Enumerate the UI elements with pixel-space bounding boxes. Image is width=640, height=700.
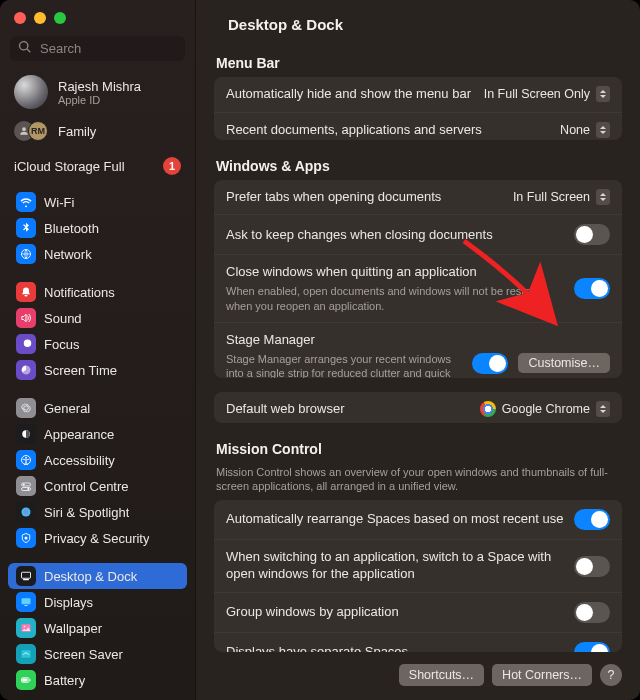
chevron-updown-icon: [596, 189, 610, 205]
row-recent-items[interactable]: Recent documents, applications and serve…: [214, 112, 622, 140]
focus-icon: [16, 334, 36, 354]
toggle-auto-rearrange[interactable]: [574, 509, 610, 530]
privacy-icon: [16, 528, 36, 548]
chevron-updown-icon: [596, 86, 610, 102]
sidebar-item-label: Privacy & Security: [44, 531, 149, 546]
screensaver-icon: [16, 644, 36, 664]
displays-icon: [16, 592, 36, 612]
toggle-switch-space[interactable]: [574, 556, 610, 577]
section-desc-mission: Mission Control shows an overview of you…: [216, 465, 622, 495]
row-hide-menubar[interactable]: Automatically hide and show the menu bar…: [214, 77, 622, 112]
settings-window: Rajesh Mishra Apple ID RM Family iCloud …: [0, 0, 640, 700]
section-header-mission: Mission Control: [216, 441, 622, 457]
svg-rect-18: [29, 679, 30, 681]
select-recent-items[interactable]: None: [560, 122, 610, 138]
sidebar-item-label: Wi-Fi: [44, 195, 74, 210]
sidebar-item-siri[interactable]: Siri & Spotlight: [8, 499, 187, 525]
toggle-group-windows[interactable]: [574, 602, 610, 623]
sidebar-item-screensaver[interactable]: Screen Saver: [8, 641, 187, 667]
sidebar-item-label: General: [44, 401, 90, 416]
shortcuts-button[interactable]: Shortcuts…: [399, 664, 484, 686]
row-group-windows: Group windows by application: [214, 592, 622, 632]
sidebar-item-general[interactable]: General: [8, 395, 187, 421]
sidebar-item-label: Bluetooth: [44, 221, 99, 236]
svg-rect-9: [22, 572, 31, 578]
wallpaper-icon: [16, 618, 36, 638]
family-label: Family: [58, 124, 96, 139]
row-auto-rearrange: Automatically rearrange Spaces based on …: [214, 500, 622, 539]
search-field[interactable]: [10, 36, 185, 61]
sidebar-item-desktopdock[interactable]: Desktop & Dock: [8, 563, 187, 589]
network-icon: [16, 244, 36, 264]
sidebar-item-focus[interactable]: Focus: [8, 331, 187, 357]
sidebar-item-label: Accessibility: [44, 453, 115, 468]
profile-subtitle: Apple ID: [58, 94, 141, 106]
toggle-ask-keep-changes[interactable]: [574, 224, 610, 245]
sound-icon: [16, 308, 36, 328]
sidebar-item-bluetooth[interactable]: Bluetooth: [8, 215, 187, 241]
family-row[interactable]: RM Family: [0, 117, 195, 149]
svg-point-8: [22, 508, 31, 517]
sidebar-item-label: Battery: [44, 673, 85, 688]
help-button[interactable]: ?: [600, 664, 622, 686]
row-switch-space: When switching to an application, switch…: [214, 539, 622, 592]
accessibility-icon: [16, 450, 36, 470]
sidebar-item-battery[interactable]: Battery: [8, 667, 187, 693]
sidebar-item-label: Control Centre: [44, 479, 129, 494]
svg-rect-15: [22, 650, 31, 658]
siri-icon: [16, 502, 36, 522]
sidebar-item-label: Displays: [44, 595, 93, 610]
sidebar-item-privacy[interactable]: Privacy & Security: [8, 525, 187, 551]
search-icon: [18, 40, 38, 57]
row-prefer-tabs[interactable]: Prefer tabs when opening documents In Fu…: [214, 180, 622, 215]
row-default-browser[interactable]: Default web browser Google Chrome: [214, 392, 622, 423]
select-prefer-tabs[interactable]: In Full Screen: [513, 189, 610, 205]
customise-button[interactable]: Customise…: [518, 353, 610, 373]
minimize-window-button[interactable]: [34, 12, 46, 24]
panel-browser: Default web browser Google Chrome: [214, 392, 622, 423]
sidebar-item-accessibility[interactable]: Accessibility: [8, 447, 187, 473]
row-ask-keep-changes: Ask to keep changes when closing documen…: [214, 214, 622, 254]
sidebar-item-label: Network: [44, 247, 92, 262]
select-hide-menubar[interactable]: In Full Screen Only: [484, 86, 610, 102]
sidebar-item-label: Focus: [44, 337, 79, 352]
footer-buttons: Shortcuts… Hot Corners… ?: [214, 664, 622, 686]
svg-point-3: [25, 457, 27, 459]
sidebar-item-label: Sound: [44, 311, 82, 326]
general-icon: [16, 398, 36, 418]
toggle-close-windows-quit[interactable]: [574, 278, 610, 299]
sidebar-item-wallpaper[interactable]: Wallpaper: [8, 615, 187, 641]
select-default-browser[interactable]: Google Chrome: [480, 401, 610, 417]
close-window-button[interactable]: [14, 12, 26, 24]
profile-name: Rajesh Mishra: [58, 79, 141, 94]
storage-badge: 1: [163, 157, 181, 175]
sidebar-item-screentime[interactable]: Screen Time: [8, 357, 187, 383]
search-input[interactable]: [38, 40, 196, 57]
apple-id-row[interactable]: Rajesh Mishra Apple ID: [0, 71, 195, 117]
toggle-separate-spaces[interactable]: [574, 642, 610, 652]
sidebar-item-controlcentre[interactable]: Control Centre: [8, 473, 187, 499]
sidebar-item-displays[interactable]: Displays: [8, 589, 187, 615]
fullscreen-window-button[interactable]: [54, 12, 66, 24]
svg-point-5: [23, 484, 25, 486]
sidebar-item-notifications[interactable]: Notifications: [8, 279, 187, 305]
family-member-icon: RM: [28, 121, 48, 141]
sidebar-nav: Wi-FiBluetoothNetworkNotificationsSoundF…: [0, 185, 195, 700]
chrome-icon: [480, 401, 496, 417]
sidebar-item-label: Siri & Spotlight: [44, 505, 129, 520]
hot-corners-button[interactable]: Hot Corners…: [492, 664, 592, 686]
sidebar-item-appearance[interactable]: Appearance: [8, 421, 187, 447]
icloud-storage-row[interactable]: iCloud Storage Full 1: [0, 149, 195, 185]
toggle-stage-manager[interactable]: [472, 353, 508, 374]
section-header-menubar: Menu Bar: [216, 55, 622, 71]
sidebar-item-network[interactable]: Network: [8, 241, 187, 267]
notifications-icon: [16, 282, 36, 302]
svg-rect-17: [22, 679, 27, 682]
page-title: Desktop & Dock: [214, 0, 622, 47]
panel-mission: Automatically rearrange Spaces based on …: [214, 500, 622, 652]
chevron-updown-icon: [596, 122, 610, 138]
sidebar-item-label: Desktop & Dock: [44, 569, 137, 584]
sidebar-item-sound[interactable]: Sound: [8, 305, 187, 331]
row-close-windows-quit: Close windows when quitting an applicati…: [214, 254, 622, 321]
sidebar-item-wifi[interactable]: Wi-Fi: [8, 189, 187, 215]
